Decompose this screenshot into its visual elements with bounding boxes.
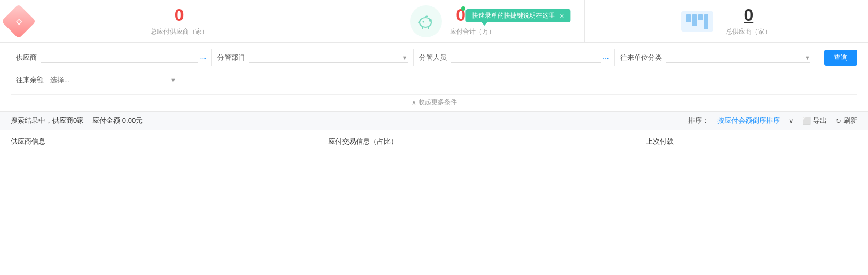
balance-select-wrapper: ▼ — [48, 75, 176, 85]
stat-label-payable-suppliers: 总应付供应商（家） — [151, 27, 208, 36]
logo-icon: ◇ — [15, 17, 21, 26]
payable-icon — [410, 5, 442, 37]
export-icon: ⬜ — [802, 117, 811, 125]
filter-balance: 往来余额 ▼ — [11, 72, 182, 89]
query-button[interactable]: 查询 — [824, 50, 857, 66]
sort-value[interactable]: 按应付会额倒序排序 — [717, 116, 780, 125]
tooltip-text: 快速录单的快捷键说明在这里 — [472, 11, 555, 20]
export-label: 导出 — [813, 116, 827, 125]
department-label: 分管部门 — [217, 53, 245, 62]
collapse-chevron-icon: ∧ — [412, 99, 416, 106]
logo-area: ◇ — [0, 3, 37, 40]
unit-category-label: 往来单位分类 — [620, 53, 662, 62]
supplier-label: 供应商 — [16, 53, 37, 62]
refresh-button[interactable]: ↻ 刷新 — [835, 116, 857, 125]
stat-number-total-suppliers: 0 — [744, 6, 753, 25]
stat-number-payable-suppliers: 0 — [175, 6, 184, 25]
bar-chart-icon — [681, 11, 713, 32]
filter-person: 分管人员 ··· — [414, 49, 615, 66]
collapse-bar: ∧ 收起更多条件 — [11, 94, 857, 111]
supplier-dots[interactable]: ··· — [200, 53, 207, 62]
bar-4 — [704, 14, 708, 29]
tooltip-dot — [461, 6, 465, 11]
collapse-label: 收起更多条件 — [419, 98, 457, 107]
unit-category-chevron-icon: ▼ — [804, 54, 810, 61]
balance-label: 往来余额 — [16, 75, 44, 85]
results-info-group: 搜索结果中，供应商0家 应付金额 0.00元 — [11, 116, 143, 125]
filter-section: 供应商 ··· 分管部门 ▼ 分管人员 ··· 往来单位分类 ▼ 查询 — [0, 43, 868, 112]
unit-category-input[interactable] — [666, 52, 804, 62]
balance-chevron-icon: ▼ — [170, 77, 176, 83]
person-dots[interactable]: ··· — [603, 53, 609, 62]
tooltip-bubble: 快速录单的快捷键说明在这里 × — [465, 9, 570, 22]
results-bar: 搜索结果中，供应商0家 应付金额 0.00元 排序： 按应付会额倒序排序 ∨ ⬜… — [0, 112, 868, 130]
table-header: 供应商信息 应付交易信息（占比） 上次付款 — [0, 130, 868, 153]
svg-point-4 — [423, 21, 424, 22]
th-last-payment: 上次付款 — [646, 137, 858, 146]
sort-chevron-icon: ∨ — [788, 117, 794, 125]
stats-bar: ◇ 0 总应付供应商（家） 0.00 应付合计（万） — [0, 0, 868, 43]
refresh-icon: ↻ — [835, 117, 841, 125]
sort-prefix: 排序： — [688, 116, 709, 125]
unit-category-select-wrapper: ▼ — [666, 52, 810, 63]
stat-label-total-suppliers: 总供应商（家） — [726, 27, 771, 36]
person-label: 分管人员 — [419, 53, 447, 62]
export-button[interactable]: ⬜ 导出 — [802, 116, 827, 125]
bar-1 — [686, 14, 691, 22]
bar-3 — [698, 14, 703, 20]
stat-total-suppliers: 0 总供应商（家） — [585, 0, 868, 42]
department-select-wrapper: ▼ — [249, 52, 407, 63]
results-amount-text: 应付金额 0.00元 — [92, 116, 143, 125]
collapse-button[interactable]: ∧ 收起更多条件 — [412, 98, 457, 107]
bar-2 — [692, 14, 697, 26]
filter-unit-category: 往来单位分类 ▼ — [615, 49, 816, 66]
filter-supplier: 供应商 ··· — [11, 49, 212, 66]
results-info-text: 搜索结果中，供应商0家 — [11, 116, 84, 125]
table-body — [0, 153, 868, 260]
tooltip-row: 快速录单的快捷键说明在这里 × — [458, 6, 494, 11]
logo-diamond: ◇ — [1, 4, 36, 38]
tooltip-close-icon[interactable]: × — [559, 12, 564, 20]
filter-row-1: 供应商 ··· 分管部门 ▼ 分管人员 ··· 往来单位分类 ▼ 查询 — [11, 49, 857, 66]
th-payable-info: 应付交易信息（占比） — [328, 137, 646, 146]
stat-label-payable-total: 应付合计（万） — [450, 27, 495, 36]
filter-row-2: 往来余额 ▼ — [11, 72, 857, 89]
supplier-input[interactable] — [41, 52, 198, 63]
results-actions: 排序： 按应付会额倒序排序 ∨ ⬜ 导出 ↻ 刷新 — [688, 116, 857, 125]
filter-department: 分管部门 ▼ — [212, 49, 413, 66]
person-input[interactable] — [451, 52, 601, 63]
stat-total-payable-suppliers: 0 总应付供应商（家） — [37, 0, 321, 42]
department-input[interactable] — [249, 52, 401, 62]
stat-payable-total-block: 0.00 应付合计（万） 快速录单的快捷键说明在这里 × — [321, 0, 584, 42]
th-supplier-info: 供应商信息 — [11, 137, 328, 146]
refresh-label: 刷新 — [843, 116, 857, 125]
bar-chart-bars — [686, 14, 708, 29]
balance-input[interactable] — [48, 75, 170, 85]
department-chevron-icon: ▼ — [402, 54, 408, 61]
